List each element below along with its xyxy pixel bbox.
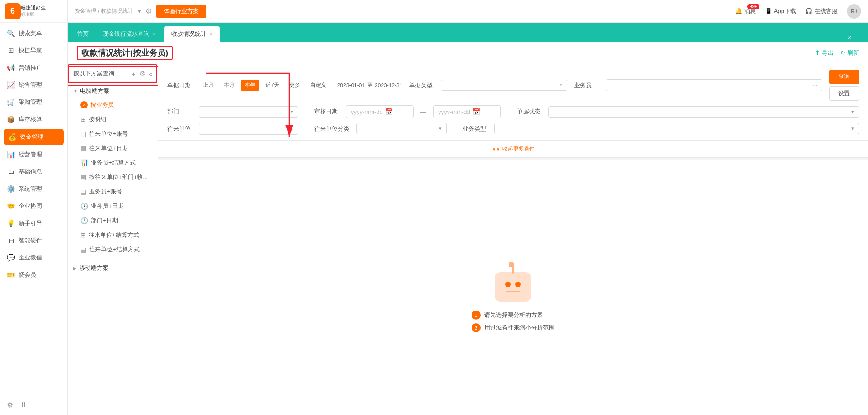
sidebar-item-finance[interactable]: 💰 资金管理 bbox=[4, 129, 64, 145]
salesperson-more-icon[interactable]: ··· bbox=[812, 82, 817, 89]
tree-item-by-detail[interactable]: ⊞ 按明细 bbox=[68, 112, 158, 127]
robot-body bbox=[495, 272, 531, 302]
tree-pc-header[interactable]: ▼ 电脑端方案 bbox=[68, 84, 158, 98]
logo-text-area: 畅捷通好生... 标准版 bbox=[21, 5, 50, 18]
sidebar-item-member[interactable]: 🎫 畅会员 bbox=[0, 266, 67, 283]
sidebar-item-quick-label: 快捷导航 bbox=[19, 47, 42, 55]
export-button[interactable]: ⬆ 导出 bbox=[815, 49, 834, 57]
sidebar-item-operations[interactable]: 📊 经营管理 bbox=[0, 146, 67, 163]
empty-steps: 1 请先选择要分析的方案 2 用过滤条件来缩小分析范围 bbox=[472, 311, 555, 332]
member-nav-icon: 🎫 bbox=[7, 271, 15, 279]
finance-nav-icon: 💰 bbox=[8, 133, 16, 141]
sidebar-item-coop[interactable]: 🤝 企业协同 bbox=[0, 198, 67, 215]
pc-section-label: 电脑端方案 bbox=[80, 87, 109, 95]
sidebar-item-system[interactable]: ⚙️ 系统管理 bbox=[0, 180, 67, 198]
tree-item-unit-settlement1[interactable]: ⊞ 往来单位+结算方式 bbox=[68, 228, 158, 242]
dept-label: 部门 bbox=[167, 108, 192, 116]
calendar-to-icon[interactable]: 📅 bbox=[472, 108, 480, 115]
search-nav-icon: 🔍 bbox=[7, 29, 15, 38]
sidebar-item-quick[interactable]: ⊞ 快捷导航 bbox=[0, 42, 67, 59]
online-service-button[interactable]: 🎧 在线客服 bbox=[805, 7, 838, 15]
tab-bar-right: × ⛶ bbox=[848, 33, 863, 42]
date-tab-last7[interactable]: 近7天 bbox=[261, 80, 283, 91]
sidebar-item-guide-label: 新手引导 bbox=[19, 219, 42, 227]
header-gear-icon[interactable]: ⚙ bbox=[146, 7, 152, 15]
tab-stats[interactable]: 收款情况统计 × bbox=[164, 26, 220, 42]
counterparty-category-select[interactable]: ▾ bbox=[356, 123, 447, 134]
sidebar-item-hardware[interactable]: 🖥 智能硬件 bbox=[0, 232, 67, 249]
settings-bottom-icon[interactable]: ⚙ bbox=[7, 401, 13, 410]
panel-collapse-icon[interactable]: « bbox=[149, 70, 152, 78]
doc-type-select[interactable]: ▾ bbox=[441, 80, 567, 91]
sidebar-item-basic[interactable]: 🗂 基础信息 bbox=[0, 163, 67, 180]
tab-home[interactable]: 首页 bbox=[72, 26, 93, 42]
date-range: 2023-01-01 至 2023-12-31 bbox=[337, 81, 403, 89]
date-range-separator: 至 bbox=[367, 81, 373, 89]
review-date-to-input[interactable]: yyyy-mm-dd 📅 bbox=[433, 105, 501, 118]
doc-status-chevron-icon: ▾ bbox=[851, 109, 854, 115]
counterparty-category-label: 往来单位分类 bbox=[314, 125, 349, 133]
tab-close-all-icon[interactable]: × bbox=[848, 33, 852, 42]
panel-add-icon[interactable]: + bbox=[132, 70, 136, 78]
tab-expand-icon[interactable]: ⛶ bbox=[856, 33, 863, 42]
tab-stats-close-icon[interactable]: × bbox=[209, 31, 212, 37]
tree-item-sales-date[interactable]: 🕐 业务员+日期 bbox=[68, 199, 158, 213]
tree-item-by-salesperson[interactable]: ✓ 按业务员 bbox=[68, 98, 158, 112]
sidebar-item-guide[interactable]: 💡 新手引导 bbox=[0, 215, 67, 232]
date-tab-custom[interactable]: 自定义 bbox=[306, 80, 330, 91]
tab-bank-close-icon[interactable]: × bbox=[152, 31, 156, 37]
tree-item-unit-settlement2[interactable]: ▦ 往来单位+结算方式 bbox=[68, 242, 158, 257]
tree-item-dept-date[interactable]: 🕐 部门+日期 bbox=[68, 213, 158, 228]
business-type-select[interactable]: ▾ bbox=[494, 123, 859, 134]
query-button[interactable]: 查询 bbox=[829, 70, 859, 84]
date-tab-more[interactable]: 更多 bbox=[285, 80, 304, 91]
sidebar-item-sales[interactable]: 📈 销售管理 bbox=[0, 76, 67, 94]
tab-bank[interactable]: 现金银行流水查询 × bbox=[95, 26, 163, 42]
tree-mobile-header[interactable]: ▶ 移动端方案 bbox=[68, 261, 158, 275]
app-download-button[interactable]: 📱 App下载 bbox=[765, 7, 796, 15]
dept-date-item-icon: 🕐 bbox=[80, 217, 88, 224]
calendar-from-icon[interactable]: 📅 bbox=[385, 108, 393, 115]
tree-item-sales-settlement[interactable]: 📊 业务员+结算方式 bbox=[68, 156, 158, 170]
step-1-num: 1 bbox=[472, 311, 481, 320]
sidebar-item-search[interactable]: 🔍 搜索菜单 bbox=[0, 25, 67, 42]
header-left: 资金管理 / 收款情况统计 ▾ ⚙ 体验行业方案 bbox=[75, 5, 206, 18]
mobile-section-label: 移动端方案 bbox=[79, 264, 108, 272]
salesperson-select[interactable]: ··· bbox=[606, 79, 822, 91]
collapse-bottom-icon[interactable]: ⏸ bbox=[20, 401, 27, 409]
right-panel: 单据日期 上月 本月 本年 近7天 更多 自定义 2023-01-01 至 20… bbox=[158, 64, 868, 415]
tree-item-unit-account[interactable]: ▦ 往来单位+账号 bbox=[68, 127, 158, 141]
user-avatar[interactable]: Rit bbox=[847, 4, 861, 19]
filter-area: 单据日期 上月 本月 本年 近7天 更多 自定义 2023-01-01 至 20… bbox=[158, 64, 868, 141]
step-2-text: 用过滤条件来缩小分析范围 bbox=[484, 324, 555, 332]
empty-state: 1 请先选择要分析的方案 2 用过滤条件来缩小分析范围 bbox=[158, 160, 868, 415]
messages-button[interactable]: 🔔 消息 99+ bbox=[735, 7, 756, 15]
tree-item-unit-date[interactable]: ▦ 往来单位+日期 bbox=[68, 141, 158, 156]
sidebar-item-wechat[interactable]: 💬 企业微信 bbox=[0, 249, 67, 266]
robot-right-eye bbox=[515, 282, 521, 287]
breadcrumb-expand-icon[interactable]: ▾ bbox=[138, 8, 141, 14]
trial-button[interactable]: 体验行业方案 bbox=[156, 5, 206, 18]
collapse-more-btn[interactable]: ∧∧ 收起更多条件 bbox=[158, 141, 868, 158]
panel-settings-icon[interactable]: ⚙ bbox=[139, 70, 145, 78]
review-date-from-input[interactable]: yyyy-mm-dd 📅 bbox=[346, 105, 414, 118]
doc-status-select[interactable]: ▾ bbox=[548, 106, 859, 118]
online-service-label: 在线客服 bbox=[814, 7, 838, 15]
basic-nav-icon: 🗂 bbox=[7, 168, 15, 176]
filter-settings-button[interactable]: 设置 bbox=[829, 86, 859, 101]
counterparty-select[interactable]: ··· bbox=[199, 123, 298, 135]
refresh-button[interactable]: ↻ 刷新 bbox=[840, 49, 859, 57]
sidebar-item-marketing[interactable]: 📢 营销推广 bbox=[0, 59, 67, 76]
counterparty-more-icon[interactable]: ··· bbox=[288, 125, 293, 132]
tree-item-sales-account[interactable]: ▦ 业务员+账号 bbox=[68, 184, 158, 199]
tree-item-unit-dept-receipt[interactable]: ▦ 按往来单位+部门+收... bbox=[68, 170, 158, 184]
detail-item-icon: ⊞ bbox=[80, 116, 86, 123]
category-chevron-icon: ▾ bbox=[439, 126, 442, 132]
sidebar-item-purchase[interactable]: 🛒 采购管理 bbox=[0, 94, 67, 111]
filter-row1-right: 单据类型 ▾ 业务员 ··· bbox=[409, 79, 822, 91]
sidebar-item-inventory[interactable]: 📦 库存核算 bbox=[0, 111, 67, 128]
date-tab-this-year[interactable]: 本年 bbox=[241, 80, 259, 91]
date-tab-this-month[interactable]: 本月 bbox=[220, 80, 239, 91]
date-tab-last-month[interactable]: 上月 bbox=[199, 80, 218, 91]
dept-select[interactable]: ▾ bbox=[199, 106, 298, 118]
